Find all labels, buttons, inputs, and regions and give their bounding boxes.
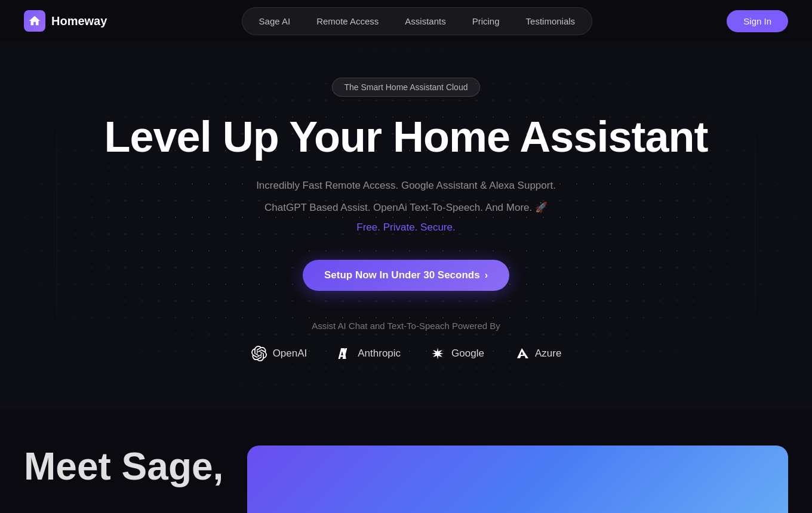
meet-sage-heading: Meet Sage, [24,446,223,487]
openai-label: OpenAI [273,348,307,360]
logo-icon [24,10,45,32]
azure-label: Azure [535,348,561,360]
openai-partner[interactable]: OpenAI [251,345,307,362]
nav-links: Sage AI Remote Access Assistants Pricing… [242,7,593,35]
sign-in-button[interactable]: Sign In [727,10,788,32]
google-partner[interactable]: Google [429,345,484,362]
anthropic-partner[interactable]: Anthropic [336,345,401,362]
ai-partners: OpenAI Anthropic Google [24,345,788,362]
azure-icon [513,345,530,362]
hero-section: The Smart Home Assistant Cloud Level Up … [0,42,812,410]
anthropic-label: Anthropic [358,348,401,360]
hero-subtitle-1: Incredibly Fast Remote Access. Google As… [24,177,788,195]
bottom-section: Meet Sage, [0,410,812,513]
google-label: Google [451,348,484,360]
logo-text: Homeway [51,14,107,28]
arrow-icon: › [485,270,488,281]
nav-remote-access[interactable]: Remote Access [304,11,390,31]
sage-preview-card [247,446,788,513]
nav-sage-ai[interactable]: Sage AI [247,11,303,31]
hero-tagline: Free. Private. Secure. [24,222,788,234]
navbar: Homeway Sage AI Remote Access Assistants… [0,0,812,42]
nav-pricing[interactable]: Pricing [460,11,512,31]
azure-partner[interactable]: Azure [513,345,561,362]
hero-title: Level Up Your Home Assistant [24,113,788,161]
nav-testimonials[interactable]: Testimonials [514,11,588,31]
logo-area[interactable]: Homeway [24,10,107,32]
hero-subtitle-2: ChatGPT Based Assist. OpenAi Text-To-Spe… [24,199,788,217]
hero-badge: The Smart Home Assistant Cloud [332,78,481,97]
powered-by-text: Assist AI Chat and Text-To-Speach Powere… [24,321,788,331]
anthropic-icon [336,345,352,362]
openai-icon [251,345,267,362]
google-icon [429,345,446,362]
hero-content: The Smart Home Assistant Cloud Level Up … [24,78,788,362]
setup-now-button[interactable]: Setup Now In Under 30 Seconds › [303,260,509,291]
nav-assistants[interactable]: Assistants [393,11,457,31]
